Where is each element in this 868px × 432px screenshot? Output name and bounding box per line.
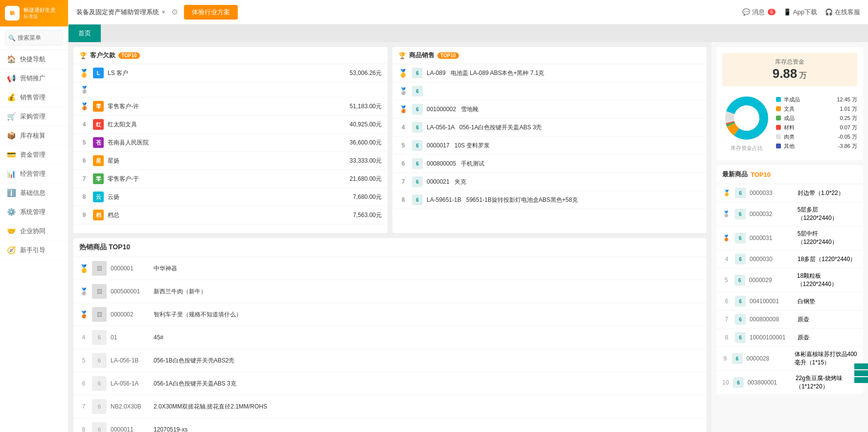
sidebar-item-资金管理[interactable]: 💳资金管理 <box>0 145 68 165</box>
inventory-total: 库存总资金 9.88 万 <box>722 53 857 86</box>
newest-name: 22g鱼豆腐-烧烤味（1*12*20） <box>796 374 857 391</box>
sidebar-item-销售管理[interactable]: 💰销售管理 <box>0 88 68 107</box>
sidebar-item-新手引导[interactable]: 🧭新手引导 <box>0 241 68 260</box>
settings-icon[interactable]: ⚙ <box>171 7 178 17</box>
rank-avatar: 红 <box>93 119 104 130</box>
legend-value: 12.45 万 <box>837 96 857 103</box>
sidebar-item-快捷导航[interactable]: 🏠快捷导航 <box>0 50 68 69</box>
hot-rank: 🥈 <box>79 288 88 295</box>
rank-avatar: 星 <box>93 155 104 166</box>
product-sales-list: 🥇6LA-089 电池盖 LA-089 ABS本色+黑种 7.1克🥈6 🥉600… <box>392 64 707 233</box>
newest-name: 5层多层（1220*2440） <box>798 206 857 222</box>
hot-product-code: 0000002 <box>111 311 150 318</box>
rank-name: 云扬 <box>108 193 349 201</box>
nav-icon: 🧭 <box>7 246 16 255</box>
rank-num: 🥇 <box>79 69 89 78</box>
product-thumbnail: 6 <box>92 376 107 391</box>
sidebar-header: 畅 畅捷通好生意 标准版 <box>0 0 68 26</box>
hot-product-name: 智利车子里（规格不知道填什么） <box>154 311 242 319</box>
tab-home[interactable]: 首页 <box>69 24 101 42</box>
newest-code: 004100001 <box>750 298 794 305</box>
newest-code: 0000029 <box>749 277 793 284</box>
rank-num: 6 <box>79 157 89 164</box>
product-sales-item: 760000021 夹克 <box>392 173 707 191</box>
legend-value: 0.25 万 <box>840 115 857 122</box>
hot-product-code: LA-056-1A <box>111 380 150 387</box>
service-community-btn[interactable]: 服务社区 <box>854 370 868 376</box>
online-service-area[interactable]: 🎧 在线客服 <box>825 8 860 17</box>
legend-name: 其他 <box>784 143 835 150</box>
nav-label: 经营管理 <box>20 169 46 178</box>
sidebar-item-经营管理[interactable]: 📊经营管理 <box>0 165 68 184</box>
product-icon: 6 <box>412 68 423 78</box>
messages-area[interactable]: 💬 消息 6 <box>742 8 776 17</box>
rank-avatar: L <box>93 68 104 78</box>
sidebar-item-基础信息[interactable]: ℹ️基础信息 <box>0 184 68 203</box>
brand-name: 畅捷通好生意 <box>23 6 56 13</box>
trophy2-icon: 🏆 <box>398 52 406 59</box>
hot-product-code: LA-056-1B <box>111 357 150 364</box>
search-menu-button[interactable]: 🔍 搜索菜单 <box>5 30 63 46</box>
newest-code: 000800008 <box>750 316 794 323</box>
search-area[interactable]: 🔍 搜索菜单 <box>0 26 68 50</box>
hot-rank: 6 <box>79 380 88 387</box>
newest-product-item: 10600380000122g鱼豆腐-烧烤味（1*12*20） <box>716 371 863 395</box>
customer-service-btn[interactable]: 客服热线 <box>854 363 868 369</box>
hot-rank: 7 <box>79 403 88 410</box>
rank-item: 🥇LLS 客户53,006.26元 <box>73 64 388 82</box>
sidebar-item-企业协同[interactable]: 🤝企业协同 <box>0 222 68 241</box>
rank-amount: 53,006.26元 <box>350 69 382 77</box>
hot-product-item: 🥉🖼0000002智利车子里（规格不知道填什么） <box>73 303 707 326</box>
newest-rank: 🥈 <box>722 211 731 217</box>
content-main: 🏆 客户欠款 TOP10 🥇LLS 客户53,006.26元🥈🥉零零售客户-许5… <box>69 42 711 432</box>
legend-name: 半成品 <box>784 96 834 103</box>
product-sales-item: 🥇6LA-089 电池盖 LA-089 ABS本色+黑种 7.1克 <box>392 64 707 82</box>
sidebar-item-营销推广[interactable]: 📢营销推广 <box>0 69 68 88</box>
sidebar-item-采购管理[interactable]: 🛒采购管理 <box>0 107 68 126</box>
newest-name: 18多层（1220*2440） <box>798 255 856 264</box>
search-menu-label: 搜索菜单 <box>18 34 41 42</box>
newest-icon: 6 <box>735 254 746 264</box>
hot-products-list: 🥇🖼0000001中华神器🥈🖼000500001新西兰牛肉（新牛）🥉🖼00000… <box>73 257 707 432</box>
inventory-card: 库存总资金 9.88 万 <box>716 47 863 160</box>
plan-button[interactable]: 体验行业方案 <box>184 5 238 20</box>
product-thumbnail: 6 <box>92 422 107 432</box>
rank-num: 🥇 <box>398 69 408 78</box>
rank-num: 8 <box>398 196 408 203</box>
sidebar-item-系统管理[interactable]: ⚙️系统管理 <box>0 203 68 222</box>
newest-icon: 6 <box>735 188 746 198</box>
dropdown-icon[interactable]: ▾ <box>162 8 165 16</box>
legend-item: 文具1.01 万 <box>776 104 857 114</box>
sidebar-item-库存核算[interactable]: 📦库存核算 <box>0 126 68 145</box>
newest-rank: 🥇 <box>722 190 731 196</box>
content-area: 🏆 客户欠款 TOP10 🥇LLS 客户53,006.26元🥈🥉零零售客户-许5… <box>69 42 868 432</box>
product-sales-badge: TOP10 <box>437 52 459 59</box>
rank-avatar: 零 <box>93 101 104 112</box>
app-icon: 📱 <box>783 8 791 16</box>
newest-icon: 6 <box>735 314 746 325</box>
hot-product-name: 新西兰牛肉（新牛） <box>154 288 206 296</box>
app-download-area[interactable]: 📱 App下载 <box>783 8 817 17</box>
newest-code: 0000033 <box>750 190 794 196</box>
nav-icon: 💳 <box>7 150 16 159</box>
newest-name: 原壶 <box>798 334 809 342</box>
rank-num: 🥉 <box>79 102 89 110</box>
hot-rank: 8 <box>79 426 88 432</box>
newest-products-header: 最新商品 TOP10 <box>716 165 863 184</box>
newest-rank: 4 <box>722 256 731 263</box>
newest-code: 0000032 <box>750 211 794 217</box>
hot-product-name: 2.0X30MM双搓花轴,搓花直径2.1MM/ROHS <box>154 403 267 411</box>
product-thumbnail: 6 <box>92 330 107 345</box>
legend-name: 肉类 <box>784 133 835 141</box>
live-btn[interactable]: 直播 <box>854 377 868 383</box>
product-sales-item: 66000800005 手机测试 <box>392 155 707 173</box>
newest-code: 10000100001 <box>750 334 794 341</box>
system-name-text: 装备及固定资产辅助管理系统 <box>76 8 159 17</box>
product-thumbnail: 🖼 <box>92 284 107 299</box>
messages-label: 消息 <box>752 8 765 17</box>
nav-icon: 💰 <box>7 93 16 102</box>
customer-top10-panel: 🏆 客户欠款 TOP10 🥇LLS 客户53,006.26元🥈🥉零零售客户-许5… <box>73 47 388 233</box>
rank-num: 🥉 <box>398 105 408 113</box>
nav-icon: 📊 <box>7 169 16 178</box>
nav-icon: 🏠 <box>7 55 16 64</box>
